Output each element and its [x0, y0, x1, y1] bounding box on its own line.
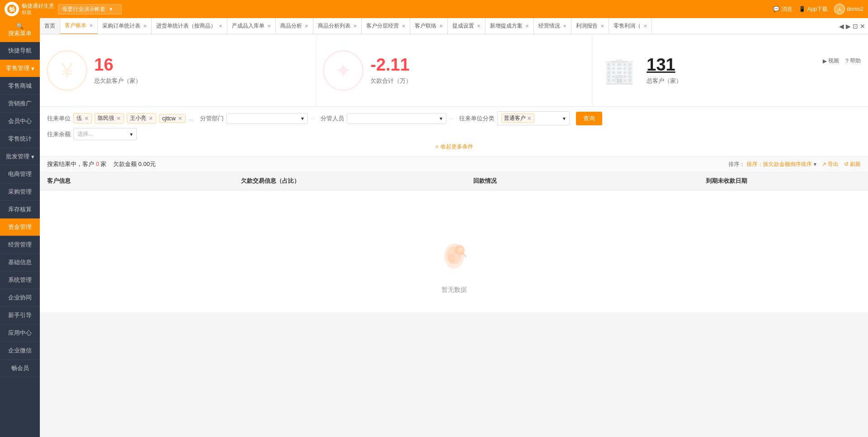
tab-close-product-analysis-list[interactable]: ✕ [353, 24, 357, 28]
sidebar-item-enterprise-collab[interactable]: 企业协同 [0, 289, 40, 307]
sort-label: 排序： [729, 161, 745, 168]
sidebar-item-new-guide[interactable]: 新手引导 [0, 307, 40, 324]
tab-incoming-stats[interactable]: 进货单统计表（按商品） ✕ [152, 18, 227, 34]
dept-select[interactable]: ▾ [226, 113, 308, 124]
stat1-bg-icon: ¥ [47, 50, 87, 91]
refresh-btn[interactable]: ↺ 刷新 [844, 161, 861, 168]
sidebar-item-ecommerce[interactable]: 电商管理 [0, 166, 40, 183]
user-avatar-btn[interactable]: 人 demo2 [834, 4, 863, 14]
sidebar-item-zero-retail[interactable]: 零售管理 ▾ [0, 60, 40, 77]
tab-customer-contact[interactable]: 客户联络 ✕ [410, 18, 448, 34]
tab-home[interactable]: 首页 [40, 18, 60, 34]
result-summary: 搜索结果中，客户 0 家 欠款金额 0.00元 [47, 160, 156, 168]
tab-raise-settings[interactable]: 提成设置 ✕ [448, 18, 485, 34]
sidebar-item-basic-info[interactable]: 基础信息 [0, 254, 40, 271]
tab-new-raise-plan[interactable]: 新增提成方案 ✕ [485, 18, 534, 34]
tab-operation-status[interactable]: 经营情况 ✕ [534, 18, 571, 34]
message-btn[interactable]: 💬 消息 [773, 5, 792, 13]
tab-profit-report[interactable]: 利润报告 ✕ [571, 18, 609, 34]
stat-block-1: ¥ 16 总欠款客户（家） [40, 34, 316, 106]
balance-select[interactable]: 选择... ▾ [73, 128, 137, 140]
tab-close-customer-contact[interactable]: ✕ [439, 24, 443, 28]
sidebar-item-vip-member[interactable]: 畅会员 [0, 360, 40, 377]
tab-close-cost-incoming[interactable]: ✕ [267, 24, 271, 28]
sidebar-search[interactable]: 🔍 搜索菜单 [0, 18, 40, 42]
tabs-scroll: 首页 客户账本 ✕ 采购订单统计表 ✕ 进货单统计表（按商品） ✕ [40, 18, 836, 34]
chevron-icon-batch: ▾ [31, 153, 34, 160]
tab-close-customer-account[interactable]: ✕ [89, 23, 93, 28]
stat-block-2: ✦ -2.11 欠款合计（万） [316, 34, 592, 106]
sidebar-item-batch-mgmt[interactable]: 批发管理 ▾ [0, 148, 40, 166]
content-area: 首页 客户账本 ✕ 采购订单统计表 ✕ 进货单统计表（按商品） ✕ [40, 18, 868, 437]
sidebar-item-purchase[interactable]: 采购管理 [0, 183, 40, 201]
message-icon: 💬 [773, 6, 780, 12]
sidebar-item-system[interactable]: 系统管理 [0, 271, 40, 289]
sort-select[interactable]: 排序： 排序：按欠款金额倒序排序 ▾ [729, 161, 816, 168]
filter-dots-2: ··· [449, 115, 454, 122]
sidebar-item-quick-nav[interactable]: 快捷导航 [0, 42, 40, 60]
tab-close-incoming-stats[interactable]: ✕ [219, 24, 222, 28]
result-bar: 搜索结果中，客户 0 家 欠款金额 0.00元 排序： 排序：按欠款金额倒序排序… [40, 157, 868, 172]
tab-close-all[interactable]: ✕ [860, 23, 865, 30]
tab-maximize[interactable]: ⊡ [853, 23, 858, 30]
video-btn[interactable]: ▶ 视频 [823, 57, 839, 65]
tab-close-operation-status[interactable]: ✕ [563, 24, 566, 28]
tab-purchase-order-stats[interactable]: 采购订单统计表 ✕ [98, 18, 152, 34]
tab-customer-account[interactable]: 客户账本 ✕ [60, 18, 98, 34]
sidebar-item-retail-stats[interactable]: 零售统计 [0, 130, 40, 148]
filter-tag-wang: 王小亮 ✕ [127, 113, 156, 124]
tab-product-analysis-list[interactable]: 商品分析列表 ✕ [313, 18, 362, 34]
download-icon: 📱 [799, 6, 806, 12]
filter-tag-wu: 伍 ✕ [73, 113, 92, 124]
filter-tag-cjttcw-remove[interactable]: ✕ [178, 115, 182, 122]
tab-arrow-right[interactable]: ▶ [846, 23, 851, 30]
stat2-number: -2.11 [370, 56, 412, 73]
stat1-text: 16 总欠款客户（家） [94, 56, 141, 85]
sidebar-item-operation[interactable]: 经营管理 [0, 236, 40, 254]
sidebar-item-app-center[interactable]: 应用中心 [0, 324, 40, 342]
filter-dots-1: ··· [311, 115, 315, 122]
app-download-btn[interactable]: 📱 App下载 [799, 5, 828, 13]
filter-tag-chen-remove[interactable]: ✕ [116, 115, 121, 122]
tab-customer-segment[interactable]: 客户分层经营 ✕ [362, 18, 410, 34]
tab-bar-arrows: ◀ ▶ ⊡ ✕ [836, 23, 868, 30]
empty-text: 暂无数据 [441, 286, 467, 294]
tab-close-product-analysis[interactable]: ✕ [305, 24, 308, 28]
person-select[interactable]: ▾ [347, 113, 446, 124]
sidebar-item-member-center[interactable]: 会员中心 [0, 113, 40, 130]
sidebar-item-finance[interactable]: 资金管理 [0, 218, 40, 236]
search-icon: 🔍 [16, 23, 24, 29]
sidebar-item-marketing[interactable]: 营销推广 [0, 95, 40, 113]
classify-select[interactable]: 普通客户 ✕ ▾ [497, 111, 570, 125]
tab-retail-profit[interactable]: 零售利润（ ✕ [609, 18, 652, 34]
logo-icon: 畅 [5, 2, 19, 16]
filter-tag-wang-remove[interactable]: ✕ [149, 115, 153, 122]
tab-arrow-left[interactable]: ◀ [839, 23, 844, 30]
table-header: 客户信息 欠款交易信息（占比） 回款情况 到期未收款日期 [40, 172, 868, 190]
search-btn[interactable]: 查询 [576, 112, 602, 125]
filter-more-btn[interactable]: ... [188, 115, 193, 122]
collapse-btn[interactable]: ∧ 收起更多条件 [47, 140, 861, 152]
top-bar-left: 畅 畅捷通好生意 标版 母婴行业演示帐套 ▾ [5, 2, 122, 16]
classify-tag-remove[interactable]: ✕ [527, 115, 532, 122]
logo-area: 畅 畅捷通好生意 标版 [5, 2, 54, 16]
tab-close-customer-segment[interactable]: ✕ [402, 24, 405, 28]
data-table: 客户信息 欠款交易信息（占比） 回款情况 到期未收款日期 [40, 172, 868, 312]
workspace-selector[interactable]: 母婴行业演示帐套 ▾ [58, 4, 122, 14]
refresh-icon: ↺ [844, 161, 849, 167]
filter-tag-wu-remove[interactable]: ✕ [84, 115, 89, 122]
sidebar: 🔍 搜索菜单 快捷导航 零售管理 ▾ 零售商城 营销推广 会员中心 零售统计 批… [0, 18, 40, 437]
tab-close-new-raise-plan[interactable]: ✕ [525, 24, 529, 28]
tab-close-purchase-order-stats[interactable]: ✕ [143, 24, 147, 28]
sidebar-item-enterprise-wechat[interactable]: 企业微信 [0, 342, 40, 360]
export-btn[interactable]: ↗ 导出 [822, 161, 839, 168]
tab-product-analysis[interactable]: 商品分析 ✕ [276, 18, 313, 34]
tab-close-profit-report[interactable]: ✕ [600, 24, 604, 28]
sidebar-item-retail-mall[interactable]: 零售商城 [0, 77, 40, 95]
sidebar-item-inventory[interactable]: 库存核算 [0, 201, 40, 218]
tab-cost-incoming[interactable]: 产成品入库单 ✕ [227, 18, 276, 34]
tab-close-retail-profit[interactable]: ✕ [643, 24, 647, 28]
logo-text: 畅捷通好生意 标版 [22, 3, 54, 15]
help-btn[interactable]: ? 帮助 [845, 57, 861, 65]
tab-close-raise-settings[interactable]: ✕ [477, 24, 480, 28]
